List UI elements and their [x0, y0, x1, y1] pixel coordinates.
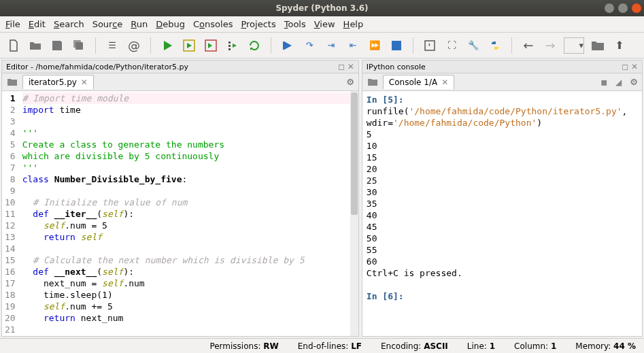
- main-split: Editor - /home/fahmida/code/Python/itera…: [0, 58, 644, 338]
- status-encoding: Encoding: ASCII: [381, 341, 448, 351]
- window-title: Spyder (Python 3.6): [275, 3, 368, 13]
- menu-tools[interactable]: Tools: [284, 19, 306, 29]
- console-options-icon[interactable]: ⚙: [630, 77, 638, 87]
- import-icon[interactable]: [422, 37, 438, 54]
- editor-pane-title: Editor - /home/fahmida/code/Python/itera…: [2, 61, 358, 73]
- toolbar-separator: [413, 37, 413, 54]
- console-tab-label: Console 1/A: [389, 78, 437, 87]
- menu-help[interactable]: Help: [343, 19, 364, 29]
- save-icon[interactable]: [49, 37, 65, 54]
- browse-folder-icon[interactable]: [590, 37, 606, 54]
- menu-debug[interactable]: Debug: [156, 19, 185, 29]
- step-in-icon[interactable]: ⇥: [323, 37, 339, 54]
- new-file-icon[interactable]: [5, 37, 22, 54]
- toolbar-separator: [271, 37, 271, 54]
- editor-pane: Editor - /home/fahmida/code/Python/itera…: [1, 60, 359, 337]
- menu-run[interactable]: Run: [131, 19, 148, 29]
- status-column: Column: 1: [514, 341, 556, 351]
- console-stop-icon[interactable]: ◼: [600, 78, 607, 87]
- step-over-icon[interactable]: ↷: [301, 37, 318, 54]
- menu-consoles[interactable]: Consoles: [193, 19, 233, 29]
- console-clear-icon[interactable]: ◢: [615, 78, 622, 87]
- svg-rect-2: [283, 41, 284, 50]
- run-icon[interactable]: [159, 37, 175, 54]
- minimize-button[interactable]: [605, 3, 614, 13]
- menu-file[interactable]: File: [5, 19, 20, 29]
- editor-title-text: Editor - /home/fahmida/code/Python/itera…: [6, 63, 188, 71]
- open-file-icon[interactable]: [27, 37, 44, 54]
- main-toolbar: ☰ @ ↷ ⇥ ⇤ ⏩ ⛶ 🔧 ← → ▾ ⬆: [0, 33, 644, 58]
- ipython-pane: IPython console ◻ ✕ Console 1/A ✕ ◼ ◢ ⚙ …: [362, 60, 643, 337]
- editor-tab-label: iterator5.py: [29, 78, 77, 87]
- toolbar-separator: [150, 37, 151, 54]
- console-pane-controls[interactable]: ◻ ✕: [622, 62, 638, 71]
- step-out-icon[interactable]: ⇤: [345, 37, 361, 54]
- menu-source[interactable]: Source: [92, 19, 123, 29]
- console-tab[interactable]: Console 1/A ✕: [383, 75, 454, 89]
- menu-view[interactable]: View: [314, 19, 335, 29]
- run-cell-icon[interactable]: [181, 37, 197, 54]
- console-browse-icon[interactable]: [367, 76, 379, 88]
- console-tab-row: Console 1/A ✕ ◼ ◢ ⚙: [362, 73, 642, 91]
- save-all-icon[interactable]: [71, 37, 87, 54]
- console-title-text: IPython console: [367, 63, 426, 71]
- status-permissions: Permissions: RW: [209, 341, 278, 351]
- menu-search[interactable]: Search: [54, 19, 84, 29]
- at-icon[interactable]: @: [126, 37, 142, 54]
- window-controls: [605, 3, 641, 13]
- run-selection-icon[interactable]: [224, 37, 241, 54]
- close-tab-icon[interactable]: ✕: [81, 78, 88, 87]
- code-editor[interactable]: 12345678910111213141516171819202122 # Im…: [2, 91, 358, 336]
- editor-pane-controls[interactable]: ◻ ✕: [338, 62, 354, 71]
- parent-dir-icon[interactable]: ⬆: [611, 37, 628, 54]
- python-path-icon[interactable]: [487, 37, 503, 54]
- close-button[interactable]: [632, 3, 641, 13]
- back-icon[interactable]: ←: [520, 37, 537, 54]
- editor-scrollbar[interactable]: [350, 91, 358, 336]
- console-pane-title: IPython console ◻ ✕: [362, 61, 642, 73]
- menu-edit[interactable]: Edit: [29, 19, 46, 29]
- forward-icon[interactable]: →: [542, 37, 558, 54]
- status-line: Line: 1: [467, 341, 495, 351]
- preferences-icon[interactable]: 🔧: [465, 37, 481, 54]
- close-console-tab-icon[interactable]: ✕: [441, 78, 448, 87]
- line-number-gutter: 12345678910111213141516171819202122: [2, 91, 20, 336]
- run-cell-advance-icon[interactable]: [203, 37, 219, 54]
- editor-tab-row: iterator5.py ✕ ⚙: [2, 73, 358, 91]
- editor-tab[interactable]: iterator5.py ✕: [22, 75, 94, 89]
- menu-bar: File Edit Search Source Run Debug Consol…: [0, 16, 644, 33]
- maximize-pane-icon[interactable]: ⛶: [443, 37, 460, 54]
- title-bar: Spyder (Python 3.6): [0, 0, 644, 16]
- tab-browse-icon[interactable]: [6, 76, 18, 88]
- continue-icon[interactable]: ⏩: [367, 37, 383, 54]
- rerun-icon[interactable]: [246, 37, 262, 54]
- console-output[interactable]: In [5]: runfile('/home/fahmida/code/Pyth…: [362, 91, 642, 336]
- toolbar-separator: [511, 37, 512, 54]
- cwd-dropdown[interactable]: ▾: [564, 37, 584, 54]
- maximize-button[interactable]: [618, 3, 628, 13]
- toolbar-separator: [95, 37, 96, 54]
- status-bar: Permissions: RW End-of-lines: LF Encodin…: [0, 338, 644, 353]
- status-memory: Memory: 44 %: [575, 341, 636, 351]
- stop-debug-icon[interactable]: [388, 37, 405, 54]
- code-area[interactable]: # Import time moduleimport time '''Creat…: [20, 91, 358, 336]
- svg-rect-3: [392, 41, 401, 50]
- outline-icon[interactable]: ☰: [104, 37, 120, 54]
- status-eol: End-of-lines: LF: [298, 341, 362, 351]
- menu-projects[interactable]: Projects: [241, 19, 275, 29]
- debug-icon[interactable]: [279, 37, 296, 54]
- editor-options-icon[interactable]: ⚙: [346, 77, 354, 87]
